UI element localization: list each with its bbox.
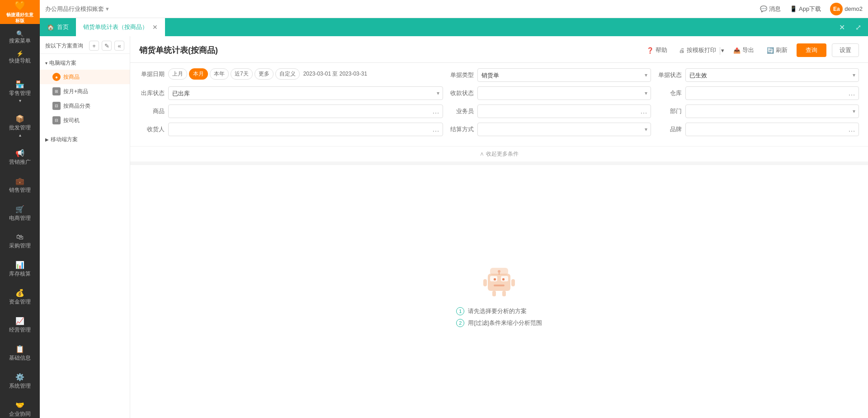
date-this-year-btn[interactable]: 本年 xyxy=(210,68,229,80)
tab-home-label: 首页 xyxy=(57,23,69,31)
settlement-label: 结算方式 xyxy=(448,125,474,133)
date-this-month-btn[interactable]: 本月 xyxy=(189,68,208,80)
date-custom-btn[interactable]: 自定义 xyxy=(275,68,300,80)
payment-status-label: 收款状态 xyxy=(448,89,474,97)
empty-state: 1 请先选择要分析的方案 2 用[过滤]条件来缩小分析范围 xyxy=(130,165,868,418)
sidebar-item-inventory[interactable]: 📊 库存核算 xyxy=(0,255,40,283)
user-menu[interactable]: Ea demo2 xyxy=(830,3,863,15)
scheme-item-by-category[interactable]: ⊟ 按商品分类 xyxy=(40,99,130,113)
operations-icon: 📈 xyxy=(2,317,38,325)
print-dropdown-icon[interactable]: ▾ xyxy=(721,47,724,54)
industry-dropdown-icon: ▾ xyxy=(106,5,109,12)
salesperson-input[interactable] xyxy=(477,104,651,118)
settings-btn[interactable]: 设置 xyxy=(832,43,859,57)
scheme-edit-btn[interactable]: ✎ xyxy=(102,41,112,51)
tab-sales-stats-label: 销货单统计表（按商品） xyxy=(83,23,148,31)
sidebar-item-system[interactable]: ⚙️ 系统管理 xyxy=(0,367,40,395)
tab-close-btn[interactable]: ✕ xyxy=(152,24,158,31)
scheme-group-desktop: ▾ 电脑端方案 ● 按商品 ⊞ 按月+商品 ⊟ 按商品分类 ⊟ 按司机 xyxy=(40,54,130,130)
empty-step-1: 1 请先选择要分析的方案 xyxy=(456,307,542,315)
product-input[interactable] xyxy=(168,104,443,118)
scheme-group-mobile-header[interactable]: ▶ 移动端方案 xyxy=(40,133,130,146)
sidebar-item-marketing[interactable]: 📢 营销推广 xyxy=(0,143,40,171)
svg-rect-5 xyxy=(494,285,505,286)
scheme-item-category-icon: ⊟ xyxy=(52,102,61,110)
svg-rect-6 xyxy=(483,279,487,286)
scheme-item-by-product-label: 按商品 xyxy=(63,73,80,81)
scheme-panel: 按以下方案查询 + ✎ « ▾ 电脑端方案 ● 按商品 ⊞ 按 xyxy=(40,36,130,418)
scheme-item-grid-icon: ⊞ xyxy=(52,87,61,95)
tab-close-all-btn[interactable]: ✕ xyxy=(835,21,848,33)
page-title-row: 销货单统计表(按商品) ❓ 帮助 🖨 按模板打印 | ▾ xyxy=(139,43,859,57)
industry-selector[interactable]: 办公用品行业模拟账套 ▾ xyxy=(45,5,109,13)
sidebar-item-operations[interactable]: 📈 经营管理 xyxy=(0,311,40,339)
topbar: 办公用品行业模拟账套 ▾ 💬 消息 📱 App下载 Ea demo2 xyxy=(40,0,868,18)
empty-state-icon xyxy=(476,256,522,302)
sidebar-item-retail[interactable]: 🏪 零售管理 ▾ xyxy=(0,75,40,109)
warehouse-label: 仓库 xyxy=(656,89,682,97)
date-quick-group: 上月 本月 本年 近7天 更多 自定义 2023-03-01 至 2023-03… xyxy=(168,68,367,80)
recipient-label: 收货人 xyxy=(139,125,165,133)
tab-home[interactable]: 🏠 首页 xyxy=(40,18,76,36)
out-status-select-wrapper: 已出库 xyxy=(168,86,443,100)
settlement-select[interactable] xyxy=(477,123,651,136)
department-select[interactable] xyxy=(685,104,859,118)
tabbar-actions: ✕ ⤢ xyxy=(835,21,868,33)
scheme-group-desktop-header[interactable]: ▾ 电脑端方案 xyxy=(40,57,130,70)
date-more-btn[interactable]: 更多 xyxy=(255,68,274,80)
filter-payment-status: 收款状态 xyxy=(448,86,651,100)
date-label: 单据日期 xyxy=(139,70,165,78)
tab-sales-stats[interactable]: 销货单统计表（按商品） ✕ xyxy=(76,18,165,36)
step-1-num: 1 xyxy=(456,307,464,315)
scheme-item-by-product[interactable]: ● 按商品 xyxy=(40,70,130,84)
query-btn[interactable]: 查询 xyxy=(797,43,826,57)
content-area: 按以下方案查询 + ✎ « ▾ 电脑端方案 ● 按商品 ⊞ 按 xyxy=(40,36,868,418)
payment-status-select[interactable] xyxy=(477,86,651,100)
recipient-input[interactable] xyxy=(168,123,443,136)
app-download-btn[interactable]: 📱 App下载 xyxy=(790,5,821,13)
sidebar-item-wholesale[interactable]: 📦 批发管理 ▴ xyxy=(0,109,40,143)
date-last-7-days-btn[interactable]: 近7天 xyxy=(231,68,253,80)
svg-rect-3 xyxy=(494,278,496,280)
doc-type-select[interactable]: 销货单 xyxy=(477,68,651,82)
scheme-add-btn[interactable]: + xyxy=(89,41,99,51)
brand-input[interactable] xyxy=(685,123,859,136)
export-btn[interactable]: 📤 导出 xyxy=(730,44,758,56)
warehouse-input[interactable] xyxy=(685,86,859,100)
help-btn[interactable]: ❓ 帮助 xyxy=(643,44,671,56)
scheme-collapse-btn[interactable]: « xyxy=(114,41,124,51)
template-print-btn[interactable]: 🖨 按模板打印 xyxy=(676,44,719,56)
sidebar-item-quicknav[interactable]: ⚡ 快捷导航 xyxy=(0,48,40,71)
tab-expand-btn[interactable]: ⤢ xyxy=(852,21,864,33)
sidebar-item-enterprise[interactable]: 🤝 企业协同 xyxy=(0,395,40,418)
sales-icon: 💼 xyxy=(2,177,38,185)
chevron-down-icon: ▾ xyxy=(45,61,47,66)
scheme-item-by-driver[interactable]: ⊟ 按司机 xyxy=(40,113,130,128)
date-last-month-btn[interactable]: 上月 xyxy=(168,68,187,80)
sidebar-item-sales[interactable]: 💼 销售管理 xyxy=(0,171,40,200)
scheme-group-mobile-label: 移动端方案 xyxy=(51,136,78,143)
sidebar-item-basics[interactable]: 📋 基础信息 xyxy=(0,339,40,367)
refresh-btn[interactable]: 🔄 刷新 xyxy=(763,44,791,56)
doc-status-select[interactable]: 已生效 xyxy=(685,68,859,82)
sidebar-item-ecommerce[interactable]: 🛒 电商管理 xyxy=(0,200,40,228)
doc-type-select-wrapper: 销货单 xyxy=(477,68,651,82)
avatar: Ea xyxy=(830,3,843,15)
filter-salesperson: 业务员 … xyxy=(448,104,651,118)
sidebar-item-search[interactable]: 🔍 搜索菜单 xyxy=(0,24,40,48)
sidebar-item-finance[interactable]: 💰 资金管理 xyxy=(0,283,40,311)
app-download-label: App下载 xyxy=(799,5,821,13)
collapse-label: ∧ 收起更多条件 xyxy=(480,151,518,157)
scheme-item-by-month-product[interactable]: ⊞ 按月+商品 xyxy=(40,84,130,99)
sidebar-item-purchase[interactable]: 🛍 采购管理 xyxy=(0,228,40,255)
collapse-bar[interactable]: ∧ 收起更多条件 xyxy=(130,146,868,162)
template-print-label: 按模板打印 xyxy=(687,46,716,54)
messages-btn[interactable]: 💬 消息 xyxy=(760,5,781,13)
finance-icon: 💰 xyxy=(2,289,38,297)
app-logo: 🧡 畅捷通好生意 标版 xyxy=(0,0,40,24)
product-input-wrapper: … xyxy=(168,104,443,118)
svg-rect-4 xyxy=(502,278,505,280)
export-label: 导出 xyxy=(742,46,754,54)
filter-warehouse: 仓库 … xyxy=(656,86,859,100)
out-status-select[interactable]: 已出库 xyxy=(168,86,443,100)
